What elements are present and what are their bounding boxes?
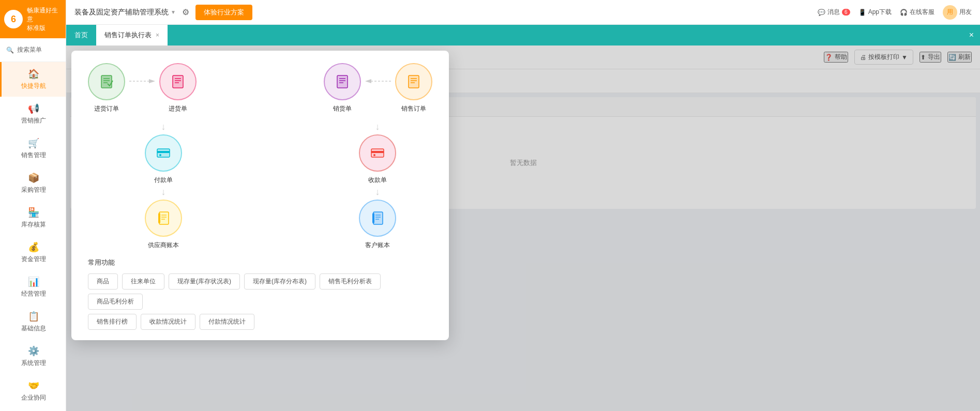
content-area: ❓ 帮助 🖨 按模板打印 ▼ ⬆ 导出 🔄 刷新 (66, 45, 980, 411)
dialog-body: 进货订单 进货单 (71, 51, 449, 340)
enterprise-icon: 🤝 (28, 380, 39, 391)
flow-node-payment[interactable]: 付款单 (145, 134, 182, 185)
func-btn-payment-stats[interactable]: 付款情况统计 (200, 314, 254, 330)
quick-icon: 🏠 (28, 68, 39, 80)
common-functions: 常用功能 商品 往来单位 现存量(库存状况表) 现存量(库存分布表) 销售毛利分… (88, 258, 432, 330)
sidebar-item-basic[interactable]: 📋 基础信息 (0, 305, 66, 339)
window-close-icon[interactable]: × (969, 31, 974, 40)
user-item[interactable]: 用 用友 (943, 5, 972, 20)
flow-node-sales-order[interactable]: 销售订单 (395, 63, 432, 113)
system-icon: ⚙️ (28, 345, 39, 357)
sidebar-item-purchase[interactable]: 📦 采购管理 (0, 166, 66, 201)
func-btn-receipt-stats[interactable]: 收款情况统计 (141, 314, 195, 330)
sidebar-item-sales[interactable]: 🛒 销售管理 (0, 131, 66, 166)
svg-rect-24 (371, 151, 384, 153)
receipt-label: 收款单 (368, 176, 387, 185)
purchase-bill-label: 进货单 (169, 104, 187, 113)
svg-rect-0 (101, 75, 112, 88)
overlay[interactable]: 进货订单 进货单 (66, 45, 980, 411)
flow-node-customer-ledger[interactable]: 客户账本 (359, 200, 396, 250)
tab-home[interactable]: 首页 (66, 25, 96, 45)
sidebar-item-inventory[interactable]: 🏪 库存核算 (0, 201, 66, 235)
message-badge: 6 (842, 9, 850, 16)
dropdown-arrow-icon: ▼ (171, 9, 176, 15)
scroll-right-icon[interactable]: ▶ (428, 340, 432, 340)
payment-circle (145, 134, 182, 172)
logo-text: 畅康通好生意 标准版 (27, 6, 62, 32)
marketing-icon: 📢 (28, 103, 39, 114)
message-icon: 💬 (818, 9, 825, 16)
inventory-icon: 🏪 (28, 207, 39, 218)
logo-icon: 6 (4, 10, 23, 28)
sidebar-item-operation[interactable]: 📊 经营管理 (0, 270, 66, 305)
svg-rect-26 (159, 212, 169, 224)
app-download-item[interactable]: 📱 App下载 (858, 8, 892, 17)
main-area: 装备及固定资产辅助管理系统 ▼ ⚙ 体验行业方案 💬 消息 6 📱 App下载 … (66, 0, 980, 411)
sidebar-item-finance[interactable]: 💰 资金管理 (0, 235, 66, 270)
svg-rect-32 (372, 213, 374, 223)
sidebar-nav: 🏠 快捷导航 📢 营销推广 🛒 销售管理 📦 采购管理 🏪 库存核算 💰 (0, 62, 66, 411)
sales-bill-label: 销货单 (333, 104, 352, 113)
quick-nav-dialog: 进货订单 进货单 (71, 51, 449, 340)
sales-bill-circle (324, 63, 361, 100)
sidebar-item-quick[interactable]: 🏠 快捷导航 (0, 62, 66, 97)
purchase-bill-circle (159, 63, 197, 100)
flow-node-purchase-order[interactable]: 进货订单 (88, 63, 125, 113)
mobile-icon: 📱 (858, 9, 866, 16)
topbar-right: 💬 消息 6 📱 App下载 🎧 在线客服 用 用友 (818, 5, 972, 20)
horizontal-scrollbar-area: ◀ ▶ (88, 336, 432, 340)
supplier-ledger-label: 供应商账本 (148, 241, 179, 250)
func-btn-stock-dist[interactable]: 现存量(库存分布表) (244, 273, 315, 290)
flow-node-purchase-bill[interactable]: 进货单 (159, 63, 197, 113)
function-buttons-row1: 商品 往来单位 现存量(库存状况表) 现存量(库存分布表) 销售毛利分析表 商品… (88, 273, 432, 310)
sidebar-item-enterprise[interactable]: 🤝 企业协同 (0, 374, 66, 408)
purchase-icon: 📦 (28, 172, 39, 184)
sidebar: 6 畅康通好生意 标准版 🔍 搜索菜单 🏠 快捷导航 📢 营销推广 🛒 (0, 0, 66, 411)
system-title: 装备及固定资产辅助管理系统 (74, 8, 169, 17)
sidebar-search[interactable]: 🔍 搜索菜单 (0, 38, 66, 62)
search-menu-button[interactable]: 🔍 搜索菜单 (4, 42, 62, 57)
svg-rect-27 (158, 213, 160, 223)
purchase-order-circle (88, 63, 125, 100)
svg-marker-15 (365, 79, 371, 83)
func-btn-sales-ranking[interactable]: 销售排行榜 (88, 314, 137, 330)
func-btn-sales-profit[interactable]: 销售毛利分析表 (320, 273, 381, 290)
sidebar-item-marketing[interactable]: 📢 营销推广 (0, 97, 66, 131)
svg-rect-10 (337, 75, 348, 88)
svg-rect-31 (373, 212, 383, 224)
headset-icon: 🎧 (900, 9, 908, 16)
func-btn-unit[interactable]: 往来单位 (122, 273, 164, 290)
sales-order-label: 销售订单 (401, 104, 426, 113)
tabbar: 首页 销售订单执行表 × × (66, 25, 980, 45)
message-item[interactable]: 💬 消息 6 (818, 8, 850, 17)
topbar: 装备及固定资产辅助管理系统 ▼ ⚙ 体验行业方案 💬 消息 6 📱 App下载 … (66, 0, 980, 25)
sidebar-item-system[interactable]: ⚙️ 系统管理 (0, 339, 66, 374)
sidebar-logo: 6 畅康通好生意 标准版 (0, 0, 66, 38)
sales-order-circle (395, 63, 432, 100)
flow-node-receipt[interactable]: 收款单 (359, 134, 396, 185)
scroll-left-icon[interactable]: ◀ (88, 340, 93, 340)
customer-ledger-circle (359, 200, 396, 237)
basic-icon: 📋 (28, 311, 39, 322)
search-icon: 🔍 (6, 47, 14, 54)
flow-node-supplier-ledger[interactable]: 供应商账本 (145, 200, 182, 250)
function-buttons-row2: 销售排行榜 收款情况统计 付款情况统计 (88, 314, 432, 330)
user-avatar: 用 (943, 5, 957, 20)
func-btn-product[interactable]: 商品 (88, 273, 118, 290)
tab-close-icon[interactable]: × (156, 32, 159, 39)
online-service-item[interactable]: 🎧 在线客服 (900, 8, 934, 17)
common-functions-title: 常用功能 (88, 258, 432, 267)
finance-icon: 💰 (28, 241, 39, 253)
flow-node-sales-bill[interactable]: 销货单 (324, 63, 361, 113)
func-btn-stock-status[interactable]: 现存量(库存状况表) (169, 273, 240, 290)
trial-button[interactable]: 体验行业方案 (195, 5, 252, 20)
func-btn-product-profit[interactable]: 商品毛利分析 (88, 294, 143, 310)
tab-sales-order[interactable]: 销售订单执行表 × (96, 25, 168, 45)
settings-icon[interactable]: ⚙ (182, 7, 189, 17)
svg-rect-6 (173, 75, 183, 88)
system-title-dropdown[interactable]: 装备及固定资产辅助管理系统 ▼ (74, 8, 176, 17)
receipt-circle (359, 134, 396, 172)
operation-icon: 📊 (28, 276, 39, 287)
sidebar-item-newbie[interactable]: 🎯 新手引导 (0, 408, 66, 411)
sales-icon: 🛒 (28, 138, 39, 149)
